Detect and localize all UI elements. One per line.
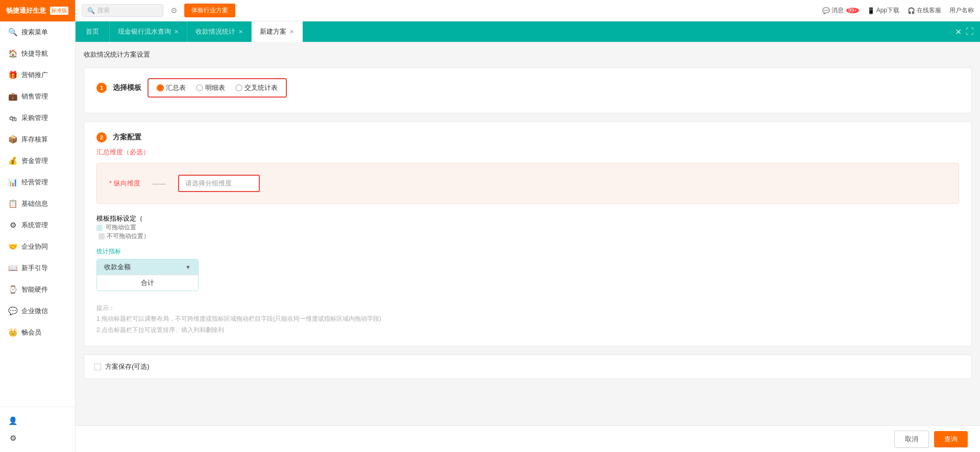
sidebar-label-finance: 资金管理 [21,156,48,165]
sidebar-item-cooperation[interactable]: 🤝企业协同 [0,236,75,257]
tab-collection-stats[interactable]: 收款情况统计✕ [187,21,252,42]
sidebar-label-operation: 经营管理 [21,178,48,187]
radio-detail[interactable]: 明细表 [196,83,225,92]
inventory-icon: 📦 [8,135,17,144]
tab-close-bank-flow[interactable]: ✕ [174,29,179,35]
sidebar-item-search-menu[interactable]: 🔍搜索菜单 [0,21,75,43]
logo-badge: 标准版 [50,7,68,15]
stats-category-label: 统计指标 [96,247,199,256]
tabbar: 首页现金银行流水查询✕收款情况统计✕新建方案✕ ✕ ⛶ [76,21,980,42]
sidebar-label-basic-info: 基础信息 [21,199,48,208]
dimension-title: 汇总维度（必选） [96,148,959,157]
non-draggable-dot [99,233,105,240]
tips-title: 提示： [96,304,115,312]
sidebar-item-operation[interactable]: 📊经营管理 [0,172,75,193]
tab-home[interactable]: 首页 [76,21,110,42]
quick-nav-icon: 🏠 [8,49,17,58]
save-checkbox[interactable] [94,364,101,370]
topbar-search-box[interactable]: 🔍 搜索 [82,4,163,17]
sidebar-item-smart-hw[interactable]: ⌚智能硬件 [0,279,75,300]
sidebar-item-marketing[interactable]: 🎁营销推广 [0,64,75,86]
member-icon: 👑 [8,328,17,337]
stats-item-label: 收款金额 [104,263,131,272]
download-link[interactable]: 📱 App下载 [867,6,899,15]
tab-bank-flow[interactable]: 现金银行流水查询✕ [110,21,187,42]
tips-area: 提示： 1.拖动标题栏可以调整布局，不可跨维度或指标区域拖动栏目字段(只能在同一… [96,303,959,336]
template-section: 汇总表明细表交叉统计表 [148,78,287,98]
service-link[interactable]: 🎧 在线客服 [908,6,941,15]
purchase-icon: 🛍 [8,114,17,123]
sidebar-item-sales[interactable]: 💼销售管理 [0,86,75,107]
marketing-icon: 🎁 [8,70,17,80]
sidebar-label-marketing: 营销推广 [21,70,48,80]
query-button[interactable]: 查询 [934,431,968,447]
message-badge: 99+ [846,8,859,13]
tab-label-bank-flow: 现金银行流水查询 [118,27,171,36]
sidebar-item-purchase[interactable]: 🛍采购管理 [0,107,75,129]
tab-label-collection-stats: 收款情况统计 [195,27,235,36]
sidebar-label-quick-nav: 快捷导航 [21,49,48,58]
tab-close-new-plan[interactable]: ✕ [289,29,294,35]
sidebar-item-bottom2[interactable]: ⚙ [0,430,75,447]
search-menu-icon: 🔍 [8,28,17,37]
sidebar-item-member[interactable]: 👑畅会员 [0,322,75,343]
dimension-select[interactable]: 请选择分组维度 [178,175,260,192]
radio-label-cross: 交叉统计表 [244,83,278,92]
stats-table-header[interactable]: 收款金额 ▼ [97,259,198,275]
radio-summary[interactable]: 汇总表 [157,83,186,92]
logo-text: 畅捷通好生意 [6,6,46,15]
industry-btn[interactable]: 体验行业方案 [184,4,235,17]
gear-icon[interactable]: ⚙ [170,6,177,15]
footer-card: 方案保存(可选) [84,354,972,379]
sidebar-label-smart-hw: 智能硬件 [21,285,48,294]
cancel-button[interactable]: 取消 [894,431,929,448]
sidebar-bottom: 👤 ⚙ [0,407,75,452]
wechat-icon: 💬 [8,306,17,316]
sidebar-item-guide[interactable]: 📖新手引导 [0,257,75,279]
tab-label-new-plan: 新建方案 [260,27,286,36]
topbar-right: 💬 消息 99+ 📱 App下载 🎧 在线客服 用户名称 [822,6,974,15]
chevron-down-icon: ▼ [185,264,191,270]
smart-hw-icon: ⌚ [8,285,17,294]
message-link[interactable]: 💬 消息 99+ [822,6,859,15]
radio-circle-cross [235,84,242,91]
maximize-icon[interactable]: ⛶ [966,27,974,36]
sidebar-label-sales: 销售管理 [21,92,48,101]
close-window-icon[interactable]: ✕ [955,27,962,37]
search-icon: 🔍 [87,7,95,14]
sidebar-label-wechat: 企业微信 [21,306,48,316]
sidebar-item-quick-nav[interactable]: 🏠快捷导航 [0,43,75,64]
step2-number: 2 [96,132,107,142]
tip1: 1.拖动标题栏可以调整布局，不可跨维度或指标区域拖动栏目字段(只能在同一维度或指… [96,314,959,325]
tab-close-collection-stats[interactable]: ✕ [238,29,243,35]
page-title: 收款情况统计方案设置 [84,50,972,59]
sidebar-item-wechat[interactable]: 💬企业微信 [0,300,75,322]
sidebar-item-system[interactable]: ⚙系统管理 [0,215,75,236]
download-icon: 📱 [867,7,875,14]
main-content: 收款情况统计方案设置 1 选择模板 汇总表明细表交叉统计表 2 方案配置 汇总维… [76,42,980,425]
user-name: 用户名称 [949,6,974,15]
sidebar-item-finance[interactable]: 💰资金管理 [0,150,75,172]
dimension-area: * 纵向维度 —— 请选择分组维度 [96,163,959,204]
radio-cross[interactable]: 交叉统计表 [235,83,278,92]
indicators-label: 模板指标设定（ 可拖动位置 不可拖动位置） [96,214,150,241]
tab-new-plan[interactable]: 新建方案✕ [252,21,303,42]
config-section: 汇总维度（必选） * 纵向维度 —— 请选择分组维度 模板指标设定（ 可拖动位置 [96,148,959,336]
step1-card: 1 选择模板 汇总表明细表交叉统计表 [84,67,972,113]
tip2: 2.点击标题栏下拉可设置排序、插入列和删除列 [96,325,959,336]
sidebar-label-cooperation: 企业协同 [21,242,48,251]
sidebar-label-system: 系统管理 [21,221,48,230]
cooperation-icon: 🤝 [8,242,17,251]
sidebar-item-bottom1[interactable]: 👤 [0,412,75,430]
sidebar-logo: 畅捷通好生意 标准版 [0,0,75,21]
stats-table: 收款金额 ▼ 合计 [96,259,199,291]
sidebar-label-inventory: 库存核算 [21,135,48,144]
sidebar-item-inventory[interactable]: 📦库存核算 [0,129,75,150]
radio-label-summary: 汇总表 [166,83,186,92]
settings-icon: ⚙ [8,434,17,443]
finance-icon: 💰 [8,156,17,165]
sales-icon: 💼 [8,92,17,101]
vertical-label: * 纵向维度 [109,179,140,188]
sidebar-item-basic-info[interactable]: 📋基础信息 [0,193,75,215]
tab-label-home: 首页 [86,27,99,36]
